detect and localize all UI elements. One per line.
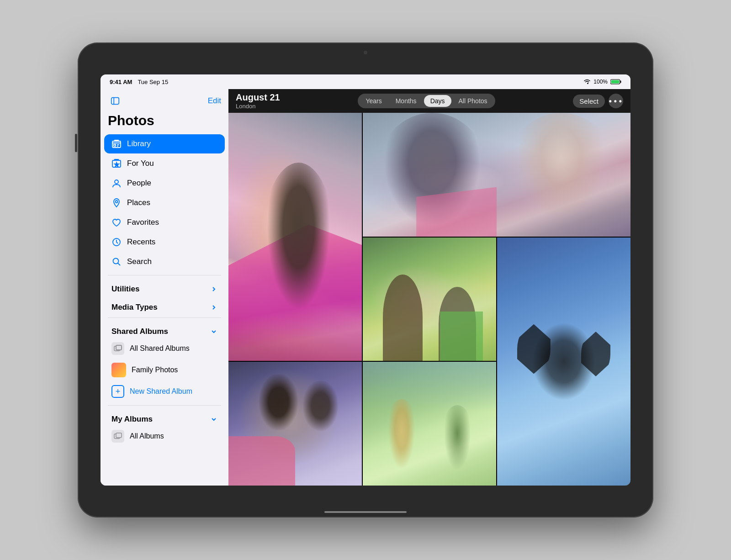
svg-rect-2	[611, 80, 620, 84]
view-tabs: Years Months Days All Photos	[358, 94, 495, 108]
select-button[interactable]: Select	[573, 95, 605, 108]
location-label: London	[236, 103, 280, 110]
my-albums-chevron-down-icon	[210, 416, 217, 423]
sidebar-toggle-button[interactable]	[108, 94, 122, 108]
places-label: Places	[127, 198, 150, 207]
svg-rect-3	[111, 98, 119, 105]
divider-2	[108, 317, 221, 318]
tab-years[interactable]: Years	[359, 95, 388, 107]
places-icon	[111, 198, 122, 208]
all-shared-albums-item[interactable]: All Shared Albums	[104, 338, 225, 359]
family-photos-label: Family Photos	[132, 366, 178, 374]
for-you-label: For You	[127, 159, 154, 168]
photo-cell-2[interactable]	[363, 113, 630, 237]
recents-label: Recents	[127, 238, 155, 247]
shared-albums-section-header[interactable]: Shared Albums	[104, 322, 225, 338]
plus-icon: +	[111, 385, 124, 398]
media-types-title: Media Types	[111, 303, 158, 312]
sidebar-item-for-you[interactable]: For You	[104, 154, 225, 173]
sidebar-item-places[interactable]: Places	[104, 193, 225, 212]
front-camera	[364, 51, 367, 54]
all-albums-item[interactable]: All Albums	[104, 426, 225, 446]
svg-rect-20	[116, 433, 122, 438]
all-albums-label: All Albums	[130, 432, 164, 440]
status-bar: 9:41 AM Tue Sep 15 100%	[101, 74, 630, 89]
status-time: 9:41 AM	[110, 79, 132, 85]
svg-point-14	[113, 259, 119, 264]
battery-percentage: 100%	[593, 79, 608, 85]
all-albums-icon	[111, 430, 124, 443]
utilities-section-header[interactable]: Utilities	[104, 279, 225, 296]
ipad-screen: 9:41 AM Tue Sep 15 100%	[101, 74, 630, 486]
new-shared-album-item[interactable]: + New Shared Album	[104, 381, 225, 402]
search-icon	[111, 257, 122, 267]
status-icons: 100%	[583, 79, 621, 85]
for-you-icon	[111, 158, 122, 169]
tab-all-photos[interactable]: All Photos	[452, 95, 494, 107]
media-types-section-header[interactable]: Media Types	[104, 297, 225, 314]
date-location: August 21 London	[236, 92, 280, 110]
sidebar-item-people[interactable]: People	[104, 174, 225, 193]
divider-1	[108, 275, 221, 275]
svg-point-12	[116, 201, 118, 203]
sidebar-item-library[interactable]: Library	[104, 134, 225, 153]
all-shared-albums-label: All Shared Albums	[130, 344, 190, 353]
media-types-chevron-right-icon	[210, 304, 217, 311]
divider-3	[108, 405, 221, 406]
battery-icon	[610, 79, 621, 85]
all-shared-albums-icon	[111, 342, 124, 355]
sidebar-icon	[110, 96, 120, 106]
library-icon	[111, 139, 122, 149]
tab-days[interactable]: Days	[424, 95, 451, 107]
family-photos-thumb	[111, 363, 126, 377]
tab-months[interactable]: Months	[389, 95, 423, 107]
utilities-chevron-right-icon	[210, 285, 217, 293]
photo-cell-6[interactable]	[363, 362, 496, 486]
toolbar-actions: Select ⬤ ⬤ ⬤	[573, 94, 623, 108]
photo-cell-7[interactable]	[497, 238, 630, 486]
svg-rect-1	[620, 81, 621, 83]
photo-cell-1[interactable]	[228, 113, 362, 361]
svg-rect-17	[116, 345, 122, 350]
main-content: August 21 London Years Months Days All P…	[228, 89, 630, 486]
more-button[interactable]: ⬤ ⬤ ⬤	[609, 94, 623, 108]
app-title: Photos	[101, 111, 228, 134]
favorites-label: Favorites	[127, 218, 159, 227]
svg-point-11	[115, 180, 118, 184]
svg-rect-7	[114, 144, 116, 146]
app-container: Edit Photos	[101, 89, 630, 486]
sidebar: Edit Photos	[101, 89, 228, 486]
photo-cell-5[interactable]	[228, 362, 362, 486]
family-photos-item[interactable]: Family Photos	[104, 359, 225, 381]
favorites-icon	[111, 217, 122, 227]
utilities-title: Utilities	[111, 285, 139, 294]
wifi-icon	[583, 79, 591, 85]
status-date: Tue Sep 15	[138, 79, 168, 85]
ipad-frame: 9:41 AM Tue Sep 15 100%	[78, 42, 653, 518]
shared-albums-title: Shared Albums	[111, 327, 168, 336]
photo-grid	[228, 113, 630, 486]
svg-line-15	[118, 263, 120, 265]
sidebar-header: Edit	[101, 89, 228, 111]
sidebar-item-favorites[interactable]: Favorites	[104, 213, 225, 232]
recents-icon	[111, 237, 122, 247]
new-shared-album-label: New Shared Album	[130, 387, 192, 396]
volume-button	[75, 134, 77, 152]
people-icon	[111, 178, 122, 188]
my-albums-title: My Albums	[111, 415, 153, 424]
toolbar: August 21 London Years Months Days All P…	[228, 89, 630, 113]
edit-button[interactable]: Edit	[208, 96, 221, 106]
library-label: Library	[127, 139, 151, 148]
more-icon: ⬤ ⬤ ⬤	[609, 100, 623, 102]
photo-cell-3[interactable]	[363, 238, 496, 361]
date-label: August 21	[236, 92, 280, 103]
search-label: Search	[127, 257, 152, 266]
my-albums-section-header[interactable]: My Albums	[104, 409, 225, 426]
shared-albums-chevron-down-icon	[210, 328, 217, 335]
sidebar-item-recents[interactable]: Recents	[104, 232, 225, 252]
people-label: People	[127, 179, 151, 188]
sidebar-item-search[interactable]: Search	[104, 252, 225, 271]
